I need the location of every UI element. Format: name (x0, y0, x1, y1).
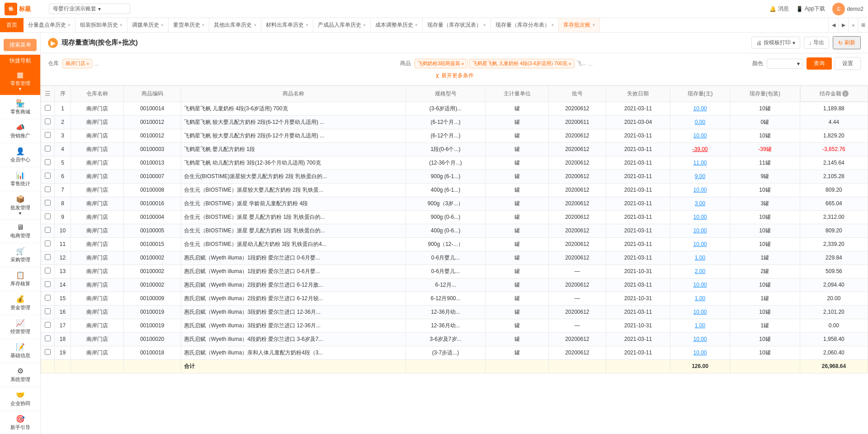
sidebar-item-members[interactable]: 👤 会员中心 (0, 143, 40, 167)
row-checkbox[interactable] (45, 254, 51, 260)
sidebar-item-shop[interactable]: 🏪 零售商城 (0, 95, 40, 119)
row-checkbox[interactable] (45, 173, 51, 179)
sidebar-item-marketing[interactable]: 📣 营销推广 (0, 119, 40, 143)
export-btn[interactable]: ↓ 导出 (804, 37, 829, 49)
th-check[interactable]: ☰ (41, 86, 55, 102)
user-area[interactable]: E demo2 (832, 3, 863, 15)
tab-close-icon[interactable]: × (306, 23, 308, 28)
td-qty-main[interactable]: 1.00 (670, 319, 730, 332)
td-qty-main[interactable]: 11.00 (670, 156, 730, 170)
tab-zuzhuang[interactable]: 组装拆卸单历史 × (75, 18, 127, 33)
tab-expand-icon[interactable]: ⊞ (858, 18, 868, 33)
tab-home[interactable]: 首页 (0, 18, 24, 33)
color-select[interactable]: ▾ (767, 59, 803, 69)
settings-btn[interactable]: 设置 (835, 57, 861, 70)
tab-chengben[interactable]: 成本调整单历史 × (371, 18, 423, 33)
row-checkbox[interactable] (45, 349, 51, 355)
row-checkbox[interactable] (45, 118, 51, 124)
tab-xiancun1[interactable]: 现存量（库存状况表） × (423, 18, 491, 33)
td-check[interactable] (41, 319, 55, 332)
row-checkbox[interactable] (45, 227, 51, 233)
tab-close-icon[interactable]: × (592, 23, 595, 28)
td-qty-main[interactable]: 10.00 (670, 183, 730, 197)
td-qty-main[interactable]: 10.00 (670, 102, 730, 115)
search-menu-btn[interactable]: 搜索菜单 (4, 39, 37, 51)
row-checkbox[interactable] (45, 132, 51, 138)
tab-close-icon[interactable]: × (552, 23, 554, 28)
sidebar-item-retail-stats[interactable]: 📊 零售统计 (0, 167, 40, 191)
tab-cailiaochu[interactable]: 材料出库单历史 × (261, 18, 313, 33)
tab-diaob[interactable]: 调拨单历史 × (127, 18, 169, 33)
sidebar-item-ecommerce[interactable]: 🖥 电商管理 (0, 220, 40, 243)
quick-nav-btn[interactable]: 快捷导航 (0, 55, 40, 67)
tab-close-icon[interactable]: × (483, 23, 486, 28)
td-check[interactable] (41, 142, 55, 156)
sidebar-item-basic[interactable]: 📝 基础信息 (0, 339, 40, 363)
tab-close-icon[interactable]: × (363, 23, 366, 28)
sidebar-item-guide[interactable]: 🎯 新手引导 (0, 411, 40, 434)
message-btn[interactable]: 🔔 消息 (769, 5, 789, 13)
tab-fenpan[interactable]: 分量盘点单历史 × (24, 18, 75, 33)
query-btn[interactable]: 查询 (807, 57, 832, 70)
tab-yaohuo[interactable]: 要货单历史 × (169, 18, 210, 33)
org-select[interactable]: 母婴行业演示账套 ▾ (49, 4, 130, 14)
td-check[interactable] (41, 210, 55, 224)
td-qty-main[interactable]: 10.00 (670, 210, 730, 224)
row-checkbox[interactable] (45, 159, 51, 165)
row-checkbox[interactable] (45, 335, 51, 341)
row-checkbox[interactable] (45, 241, 51, 246)
td-check[interactable] (41, 278, 55, 292)
td-qty-main[interactable]: 3.00 (670, 197, 730, 210)
product-tag-2-close[interactable]: × (568, 61, 571, 66)
tab-right-arrow[interactable]: ▶ (838, 18, 848, 33)
warehouse-more[interactable]: ... (94, 61, 99, 67)
td-check[interactable] (41, 346, 55, 359)
td-qty-main[interactable]: -39.00 (670, 142, 730, 156)
row-checkbox[interactable] (45, 268, 51, 274)
sidebar-item-collab[interactable]: 🤝 企业协同 (0, 387, 40, 411)
td-check[interactable] (41, 305, 55, 319)
sidebar-item-retail[interactable]: ▦ 零售管理 ▼ (0, 67, 40, 95)
td-check[interactable] (41, 264, 55, 278)
td-check[interactable] (41, 224, 55, 237)
td-qty-main[interactable]: 10.00 (670, 237, 730, 251)
td-qty-main[interactable]: 1.00 (670, 292, 730, 305)
td-check[interactable] (41, 251, 55, 264)
row-checkbox[interactable] (45, 308, 51, 314)
td-qty-main[interactable]: 10.00 (670, 224, 730, 237)
td-check[interactable] (41, 129, 55, 142)
sidebar-item-finance[interactable]: 💰 资金管理 (0, 291, 40, 315)
tab-close-all[interactable]: × (848, 18, 858, 33)
tab-close-icon[interactable]: × (68, 23, 71, 28)
tab-close-icon[interactable]: × (120, 23, 123, 28)
td-qty-main[interactable]: 10.00 (670, 305, 730, 319)
td-qty-main[interactable]: 10.00 (670, 278, 730, 292)
product-tag-1-close[interactable]: × (461, 61, 464, 66)
app-download-btn[interactable]: 📱 App下载 (796, 5, 825, 13)
td-check[interactable] (41, 332, 55, 346)
td-qty-main[interactable]: 0.00 (670, 115, 730, 129)
td-qty-main[interactable]: 10.00 (670, 346, 730, 359)
sidebar-item-wholesale[interactable]: 📦 批发管理 ▼ (0, 191, 40, 220)
td-check[interactable] (41, 292, 55, 305)
warehouse-tag-close[interactable]: × (86, 61, 89, 66)
row-checkbox[interactable] (45, 105, 51, 111)
settings-icon[interactable]: ☰ (45, 90, 51, 97)
print-btn[interactable]: 🖨 按模板打印 ▾ (751, 37, 800, 49)
sidebar-item-system[interactable]: ⚙ 系统管理 (0, 363, 40, 387)
tab-close-icon[interactable]: × (254, 23, 256, 28)
sidebar-item-operations[interactable]: 📈 经营管理 (0, 315, 40, 339)
row-checkbox[interactable] (45, 322, 51, 328)
tab-chanpin[interactable]: 产成品入库单历史 × (313, 18, 371, 33)
td-qty-main[interactable]: 1.00 (670, 251, 730, 264)
row-checkbox[interactable] (45, 213, 51, 219)
td-qty-main[interactable]: 2.00 (670, 264, 730, 278)
tab-close-icon[interactable]: × (161, 23, 164, 28)
row-checkbox[interactable] (45, 281, 51, 287)
tab-close-icon[interactable]: × (415, 23, 418, 28)
expand-sidebar-btn[interactable]: ▶ (48, 38, 58, 48)
product-dots[interactable]: ... (588, 61, 593, 67)
tab-qita[interactable]: 其他出库单历史 × (209, 18, 261, 33)
td-check[interactable] (41, 197, 55, 210)
tab-xiancun2[interactable]: 现存量（库存分布表） × (491, 18, 559, 33)
